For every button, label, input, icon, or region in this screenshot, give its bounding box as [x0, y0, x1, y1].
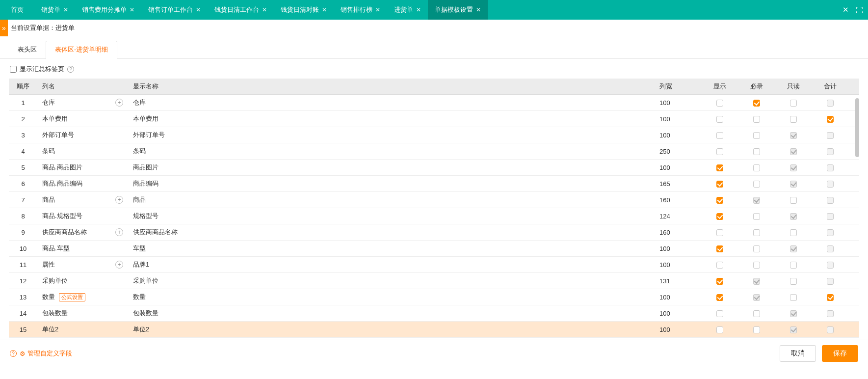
checkbox[interactable]: [716, 229, 723, 236]
tab-close-icon[interactable]: ✕: [476, 6, 481, 13]
table-row[interactable]: 11属性+品牌1100: [9, 257, 859, 273]
cell-display-name[interactable]: 本单费用: [128, 111, 655, 127]
checkbox[interactable]: [753, 326, 760, 333]
checkbox[interactable]: [790, 100, 797, 107]
checkbox[interactable]: [716, 310, 723, 317]
tab-item[interactable]: 销售排行榜✕: [334, 0, 387, 20]
cell-display-name[interactable]: 商品: [128, 192, 655, 208]
add-column-icon[interactable]: +: [115, 99, 123, 107]
checkbox[interactable]: [790, 262, 797, 269]
checkbox[interactable]: [716, 116, 723, 123]
checkbox[interactable]: [716, 294, 723, 301]
formula-settings-tag[interactable]: 公式设置: [59, 293, 85, 301]
checkbox[interactable]: [790, 278, 797, 285]
tab-item[interactable]: 钱货日清对账✕: [274, 0, 334, 20]
checkbox[interactable]: [753, 164, 760, 171]
subtab-header-area[interactable]: 表头区: [9, 41, 46, 59]
cell-width[interactable]: 100: [655, 95, 701, 111]
save-button[interactable]: 保存: [822, 345, 858, 362]
checkbox[interactable]: [716, 245, 723, 252]
table-row[interactable]: 4条码条码250: [9, 143, 859, 160]
cell-display-name[interactable]: 品牌1: [128, 257, 655, 273]
cell-width[interactable]: 100: [655, 241, 701, 257]
table-row[interactable]: 1仓库+仓库100: [9, 95, 859, 111]
tab-close-icon[interactable]: ✕: [262, 6, 267, 13]
cell-display-name[interactable]: 供应商商品名称: [128, 224, 655, 241]
cell-width[interactable]: 160: [655, 192, 701, 208]
table-row[interactable]: 9供应商商品名称+供应商商品名称160: [9, 224, 859, 241]
cell-width[interactable]: 250: [655, 143, 701, 160]
cell-width[interactable]: 124: [655, 208, 701, 224]
checkbox[interactable]: [753, 262, 760, 269]
checkbox[interactable]: [716, 148, 723, 155]
table-row[interactable]: 13数量公式设置数量100: [9, 289, 859, 305]
footer-help-icon[interactable]: ?: [10, 350, 17, 357]
fullscreen-icon[interactable]: ⛶: [856, 6, 863, 14]
vertical-scrollbar[interactable]: [855, 98, 859, 369]
checkbox[interactable]: [716, 262, 723, 269]
cell-display-name[interactable]: 单位2: [128, 322, 655, 338]
cell-display-name[interactable]: 仓库: [128, 95, 655, 111]
tab-item[interactable]: 销售费用分摊单✕: [75, 0, 141, 20]
tab-close-icon[interactable]: ✕: [130, 6, 134, 13]
cell-width[interactable]: 100: [655, 160, 701, 176]
scrollbar-thumb[interactable]: [855, 98, 859, 157]
checkbox[interactable]: [753, 229, 760, 236]
table-row[interactable]: 7商品+商品160: [9, 192, 859, 208]
table-row[interactable]: 10商品.车型车型100: [9, 241, 859, 257]
checkbox[interactable]: [753, 181, 760, 188]
cell-display-name[interactable]: 外部订单号: [128, 127, 655, 143]
cell-display-name[interactable]: 规格型号: [128, 208, 655, 224]
cell-display-name[interactable]: 商品编码: [128, 176, 655, 192]
tab-close-icon[interactable]: ✕: [416, 6, 421, 13]
table-row[interactable]: 12采购单位采购单位131: [9, 273, 859, 289]
checkbox[interactable]: [790, 116, 797, 123]
tab-item[interactable]: 进货单✕: [387, 0, 428, 20]
checkbox[interactable]: [827, 116, 834, 123]
cell-width[interactable]: 160: [655, 224, 701, 241]
checkbox[interactable]: [790, 229, 797, 236]
cell-width[interactable]: 100: [655, 111, 701, 127]
checkbox[interactable]: [716, 181, 723, 188]
tab-item[interactable]: 销售订单工作台✕: [141, 0, 208, 20]
cell-display-name[interactable]: 数量: [128, 289, 655, 305]
show-summary-tab-checkbox[interactable]: [10, 66, 17, 73]
manage-custom-fields-link[interactable]: 管理自定义字段: [27, 349, 72, 358]
table-row[interactable]: 15单位2单位2100: [9, 322, 859, 338]
table-row[interactable]: 5商品.商品图片商品图片100: [9, 160, 859, 176]
tab-home[interactable]: 首页: [0, 0, 34, 20]
cell-width[interactable]: 100: [655, 289, 701, 305]
cell-display-name[interactable]: 车型: [128, 241, 655, 257]
checkbox[interactable]: [716, 164, 723, 171]
cell-display-name[interactable]: 采购单位: [128, 273, 655, 289]
close-all-icon[interactable]: ✕: [842, 5, 849, 14]
checkbox[interactable]: [753, 132, 760, 139]
cell-width[interactable]: 165: [655, 176, 701, 192]
checkbox[interactable]: [790, 294, 797, 301]
add-column-icon[interactable]: +: [115, 261, 123, 269]
cell-display-name[interactable]: 商品图片: [128, 160, 655, 176]
cancel-button[interactable]: 取消: [780, 345, 816, 362]
tab-item[interactable]: 销货单✕: [34, 0, 75, 20]
tab-item[interactable]: 单据模板设置✕: [428, 0, 488, 20]
checkbox[interactable]: [716, 100, 723, 107]
cell-width[interactable]: 100: [655, 127, 701, 143]
checkbox[interactable]: [753, 148, 760, 155]
cell-width[interactable]: 100: [655, 257, 701, 273]
checkbox[interactable]: [716, 197, 723, 204]
checkbox[interactable]: [716, 132, 723, 139]
checkbox[interactable]: [753, 245, 760, 252]
table-row[interactable]: 6商品.商品编码商品编码165: [9, 176, 859, 192]
tab-close-icon[interactable]: ✕: [375, 6, 380, 13]
cell-width[interactable]: 131: [655, 273, 701, 289]
table-row[interactable]: 3外部订单号外部订单号100: [9, 127, 859, 143]
checkbox[interactable]: [753, 116, 760, 123]
tab-close-icon[interactable]: ✕: [63, 6, 68, 13]
subtab-body-detail[interactable]: 表体区-进货单明细: [46, 41, 117, 59]
tab-close-icon[interactable]: ✕: [322, 6, 327, 13]
checkbox[interactable]: [790, 197, 797, 204]
add-column-icon[interactable]: +: [115, 228, 123, 236]
add-column-icon[interactable]: +: [115, 196, 123, 204]
cell-display-name[interactable]: 包装数量: [128, 305, 655, 322]
help-icon[interactable]: ?: [67, 66, 74, 73]
